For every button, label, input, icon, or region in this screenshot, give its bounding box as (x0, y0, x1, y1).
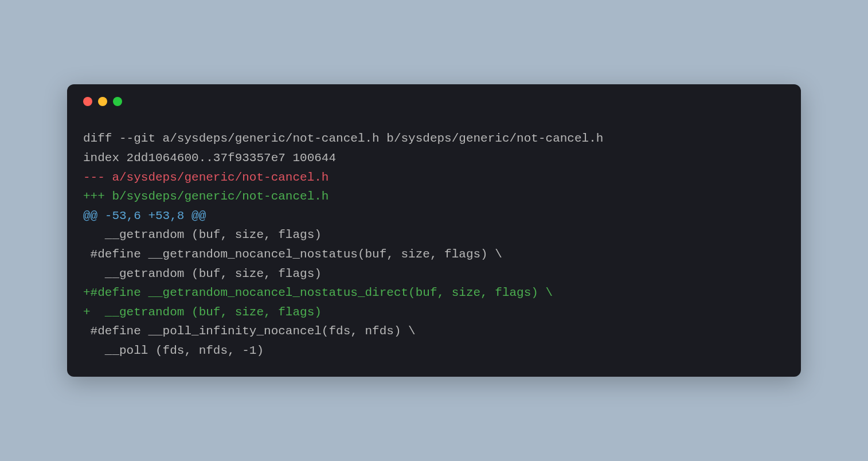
diff-line: +++ b/sysdeps/generic/not-cancel.h (83, 190, 329, 203)
diff-line: __poll (fds, nfds, -1) (83, 344, 264, 357)
title-bar (83, 97, 785, 106)
diff-line: --- a/sysdeps/generic/not-cancel.h (83, 171, 329, 184)
diff-code-content: diff --git a/sysdeps/generic/not-cancel.… (83, 129, 785, 360)
diff-line: + __getrandom (buf, size, flags) (83, 306, 322, 319)
close-icon[interactable] (83, 97, 92, 106)
diff-line: @@ -53,6 +53,8 @@ (83, 209, 206, 222)
diff-line: __getrandom (buf, size, flags) (83, 228, 322, 241)
minimize-icon[interactable] (98, 97, 107, 106)
diff-line: diff --git a/sysdeps/generic/not-cancel.… (83, 132, 603, 145)
diff-line: index 2dd1064600..37f93357e7 100644 (83, 151, 336, 165)
maximize-icon[interactable] (113, 97, 122, 106)
diff-line: #define __poll_infinity_nocancel(fds, nf… (83, 325, 416, 338)
diff-line: +#define __getrandom_nocancel_nostatus_d… (83, 286, 553, 299)
terminal-window: diff --git a/sysdeps/generic/not-cancel.… (67, 84, 801, 376)
diff-line: #define __getrandom_nocancel_nostatus(bu… (83, 248, 502, 261)
diff-line: __getrandom (buf, size, flags) (83, 267, 322, 280)
